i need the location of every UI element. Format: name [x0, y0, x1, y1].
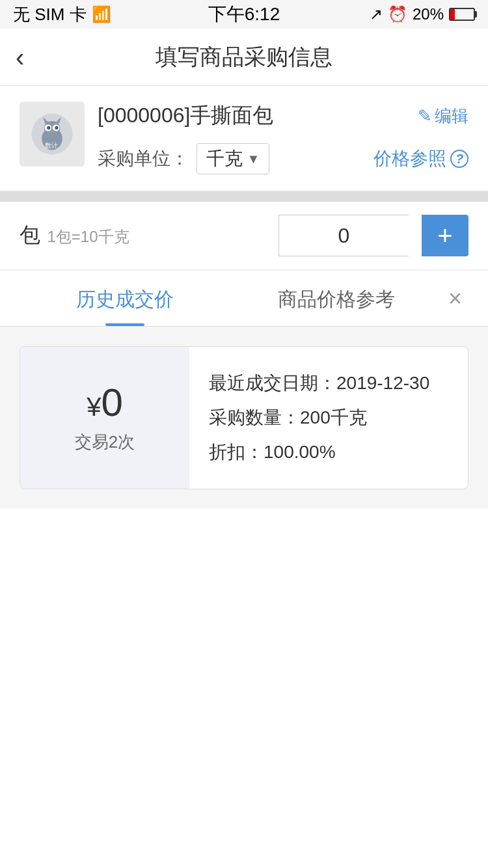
product-logo: 数计: [29, 111, 75, 157]
alarm-icon: ⏰: [388, 5, 407, 23]
price-card-left: ¥0 交易2次: [20, 347, 189, 489]
product-image: 数计: [20, 102, 85, 167]
status-bar: 无 SIM 卡 📶 下午6:12 ↗ ⏰ 20%: [0, 0, 488, 29]
battery-percent: 20%: [413, 5, 444, 23]
history-content: ¥0 交易2次 最近成交日期：2019-12-30 采购数量：200千克 折扣：…: [0, 327, 488, 509]
purchase-qty-row: 采购数量：200千克: [209, 405, 448, 430]
tab-history-price[interactable]: 历史成交价: [20, 271, 230, 326]
nav-bar: ‹ 填写商品采购信息: [0, 29, 488, 86]
plus-icon: +: [437, 221, 452, 251]
purchase-qty-label: 采购数量：: [209, 407, 300, 427]
price-value: 0: [101, 381, 122, 424]
tab-product-price-ref[interactable]: 商品价格参考: [230, 271, 441, 326]
quantity-label-section: 包 1包=10千克: [20, 221, 129, 250]
back-button[interactable]: ‹: [16, 44, 24, 70]
quantity-unit-label: 包: [20, 223, 40, 247]
wifi-icon: 📶: [92, 5, 111, 23]
tab-product-price-label: 商品价格参考: [278, 288, 395, 310]
unit-value: 千克: [206, 146, 243, 171]
edit-icon: ✎: [418, 106, 432, 126]
purchase-unit-label: 采购单位：: [98, 148, 189, 169]
price-card: ¥0 交易2次 最近成交日期：2019-12-30 采购数量：200千克 折扣：…: [20, 346, 468, 489]
edit-label: 编辑: [435, 105, 468, 128]
status-time: 下午6:12: [208, 2, 280, 27]
recent-date-value: 2019-12-30: [336, 373, 429, 393]
recent-date-label: 最近成交日期：: [209, 373, 336, 393]
recent-date-row: 最近成交日期：2019-12-30: [209, 370, 448, 396]
tab-close-button[interactable]: ×: [442, 287, 468, 310]
edit-button[interactable]: ✎ 编辑: [418, 105, 468, 128]
product-header: [0000006]手撕面包 ✎ 编辑: [98, 102, 468, 130]
product-name: [0000006]手撕面包: [98, 102, 273, 130]
location-icon: ↗: [370, 5, 383, 23]
tab-history-label: 历史成交价: [76, 288, 174, 310]
quantity-row: 包 1包=10千克 0 +: [0, 202, 488, 269]
svg-point-8: [55, 126, 58, 129]
purchase-row: 采购单位： 千克 ▼ 价格参照 ?: [98, 143, 468, 174]
discount-value: 100.00%: [264, 442, 336, 462]
price-ref-label: 价格参照: [373, 146, 446, 171]
quantity-plus-button[interactable]: +: [422, 215, 468, 256]
price-ref-button[interactable]: 价格参照 ?: [373, 146, 468, 171]
bottom-area: [0, 509, 488, 868]
currency-symbol: ¥: [87, 392, 101, 421]
page-title: 填写商品采购信息: [156, 42, 332, 72]
unit-select[interactable]: 千克 ▼: [197, 143, 269, 174]
dropdown-arrow-icon: ▼: [247, 152, 260, 167]
product-info: [0000006]手撕面包 ✎ 编辑 采购单位： 千克 ▼ 价格参照 ?: [98, 102, 468, 174]
section-divider: [0, 191, 488, 202]
quantity-input[interactable]: 0: [278, 215, 409, 256]
info-icon: ?: [450, 150, 468, 168]
discount-row: 折扣：100.00%: [209, 439, 448, 465]
price-amount: ¥0: [87, 381, 123, 424]
product-card: 数计 [0000006]手撕面包 ✎ 编辑 采购单位： 千克 ▼ 价格参照 ?: [0, 86, 488, 190]
quantity-value: 0: [338, 224, 350, 248]
svg-text:数计: 数计: [45, 142, 58, 149]
tabs-container: 历史成交价 商品价格参考 ×: [0, 271, 488, 327]
battery-icon: [449, 8, 475, 21]
status-left: 无 SIM 卡 📶: [13, 3, 111, 26]
transactions-label: 交易2次: [75, 431, 135, 454]
status-right: ↗ ⏰ 20%: [370, 5, 475, 23]
quantity-sub-label: 1包=10千克: [47, 228, 129, 245]
purchase-unit-section: 采购单位： 千克 ▼: [98, 143, 269, 174]
purchase-qty-value: 200千克: [300, 407, 367, 427]
discount-label: 折扣：: [209, 442, 264, 462]
carrier-label: 无 SIM 卡: [13, 3, 87, 26]
svg-point-7: [47, 126, 50, 129]
price-card-right: 最近成交日期：2019-12-30 采购数量：200千克 折扣：100.00%: [189, 347, 468, 489]
